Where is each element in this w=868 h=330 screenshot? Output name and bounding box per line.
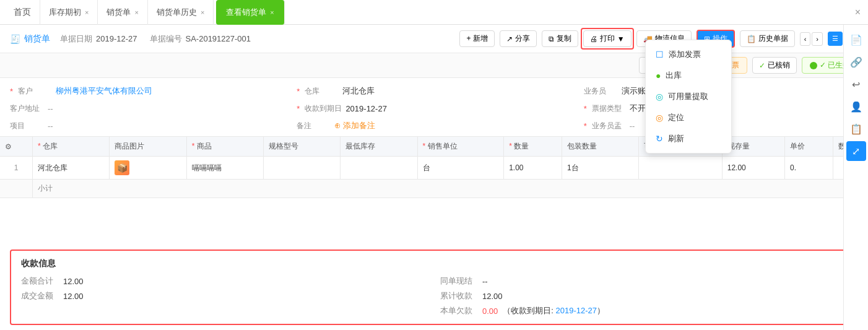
toolbar: 📱 来自手机 未开票 ✓ 已核销 ✓ 已生效 <box>0 53 868 78</box>
tab-inventory-close[interactable]: × <box>85 9 89 16</box>
address-label: 客户地址 <box>10 103 44 114</box>
project-field: 项目 -- <box>10 120 284 131</box>
row-available <box>639 157 723 180</box>
row-stock: 12.00 <box>722 157 784 180</box>
subtotal-label: 小计 <box>33 180 868 198</box>
tab-bar-close-button[interactable]: × <box>855 7 861 18</box>
print-icon: 🖨 <box>590 35 597 43</box>
nav-arrows: ‹ › <box>800 32 823 46</box>
sidebar-expand-icon[interactable]: ⤢ <box>846 141 866 161</box>
staff-label: 业务员 <box>584 86 618 97</box>
print-area: 🖨 打印 ▼ <box>583 30 631 47</box>
tab-bar: 首页 库存期初 × 销货单 × 销货单历史 × 查看销货单 × × <box>0 0 868 25</box>
verified-icon: ✓ <box>759 61 765 70</box>
tab-sales-label: 销货单 <box>106 7 131 18</box>
print-button[interactable]: 🖨 打印 ▼ <box>583 30 631 47</box>
sidebar-return-icon[interactable]: ↩ <box>846 74 866 94</box>
cumulative-value: 12.00 <box>482 292 503 301</box>
sales-table: ⚙ * 仓库 商品图片 * 商品 规格型号 最低库存 * 销售单位 * 数量 包… <box>0 137 868 198</box>
sales-staff-label: 业务员盂 <box>592 121 626 131</box>
row-quantity: 1.00 <box>504 157 562 180</box>
sidebar-clipboard-icon[interactable]: 📋 <box>846 119 866 139</box>
tab-inventory-label: 库存期初 <box>49 7 81 18</box>
payment-date-field: * 收款到期日 2019-12-27 <box>297 103 571 114</box>
view-list-button[interactable]: ☰ <box>828 32 843 46</box>
product-thumbnail: 📦 <box>115 160 129 175</box>
owed-label: 本单欠款 <box>440 305 477 316</box>
dropdown-locate[interactable]: ◎ 定位 <box>646 107 731 128</box>
project-label: 项目 <box>10 121 44 131</box>
tab-inventory[interactable]: 库存期初 × <box>40 0 98 25</box>
tab-home[interactable]: 首页 <box>5 0 40 25</box>
document-header: 🧾 销货单 单据日期 2019-12-27 单据编号 SA-20191227-0… <box>0 25 868 53</box>
new-button[interactable]: + 新增 <box>459 30 494 47</box>
note-add-icon: ⊕ <box>334 121 341 130</box>
col-pack-qty: 包装数量 <box>562 137 638 157</box>
total-row: 金额合计 12.00 成交金额 12.00 <box>21 276 428 316</box>
settings-icon[interactable]: ⚙ <box>5 142 12 151</box>
payment-date-label: 收款到期日 <box>305 103 342 114</box>
note-field: 备注 ⊕ 添加备注 <box>297 120 571 131</box>
effective-icon <box>810 62 817 69</box>
locate-label: 定位 <box>668 112 684 123</box>
copy-button[interactable]: ⧉ 复制 <box>542 30 578 47</box>
tab-sales[interactable]: 销货单 × <box>98 0 147 25</box>
warehouse-value: 河北仓库 <box>342 85 375 97</box>
sidebar-doc-icon[interactable]: 📄 <box>846 30 866 50</box>
add-invoice-icon: ☐ <box>656 50 664 59</box>
payment-date-required: * <box>297 104 300 113</box>
tab-sales-history[interactable]: 销货单历史 × <box>148 0 214 25</box>
dropdown-add-invoice[interactable]: ☐ 添加发票 <box>646 44 731 65</box>
col-min-stock: 最低库存 <box>341 137 417 157</box>
dropdown-refresh[interactable]: ↻ 刷新 <box>646 128 731 149</box>
customer-value[interactable]: 柳州粤港平安气体有限公司 <box>56 85 152 97</box>
total-amount-row: 金额合计 12.00 <box>21 276 428 287</box>
table-header-row: ⚙ * 仓库 商品图片 * 商品 规格型号 最低库存 * 销售单位 * 数量 包… <box>0 137 868 157</box>
same-order-label: 同单现结 <box>440 276 477 287</box>
tab-sales-close[interactable]: × <box>134 9 138 16</box>
subtotal-row: 小计 <box>0 180 868 198</box>
note-label: 备注 <box>297 121 331 131</box>
dropdown-outbound[interactable]: ● 出库 <box>646 65 731 86</box>
verified-btn[interactable]: ✓ 已核销 <box>752 57 797 74</box>
sidebar-link-icon[interactable]: 🔗 <box>846 52 866 72</box>
doc-number-group: 单据编号 SA-20191227-001 <box>150 33 251 45</box>
settlement-col: 同单现结 -- 累计收款 12.00 本单欠款 0.00 （收款到期日: 201… <box>440 276 847 316</box>
add-invoice-label: 添加发票 <box>669 49 701 60</box>
document-icon: 🧾 <box>10 34 20 44</box>
col-settings[interactable]: ⚙ <box>0 137 33 157</box>
col-quantity: * 数量 <box>504 137 562 157</box>
locate-icon: ◎ <box>656 113 663 123</box>
refresh-label: 刷新 <box>668 133 684 144</box>
ticket-required: * <box>584 104 587 113</box>
row-min-stock <box>341 157 417 180</box>
warehouse-label: 仓库 <box>305 86 339 97</box>
outbound-icon: ● <box>656 71 661 80</box>
col-unit: * 销售单位 <box>417 137 504 157</box>
cumulative-label: 累计收款 <box>440 290 477 302</box>
tab-sales-history-label: 销货单历史 <box>157 7 197 18</box>
sidebar-user-icon[interactable]: 👤 <box>846 97 866 116</box>
history-button[interactable]: 📋 历史单据 <box>740 30 795 47</box>
document-title-section: 🧾 销货单 <box>10 33 50 45</box>
subtotal-empty <box>0 180 33 198</box>
tab-view-sales[interactable]: 查看销货单 × <box>216 0 284 25</box>
share-icon: ↗ <box>506 35 513 43</box>
table-wrapper: ⚙ * 仓库 商品图片 * 商品 规格型号 最低库存 * 销售单位 * 数量 包… <box>0 136 868 245</box>
tab-sales-history-close[interactable]: × <box>201 9 204 16</box>
owed-date: 2019-12-27 <box>556 306 597 315</box>
owed-note: （收款到期日: 2019-12-27） <box>503 305 605 316</box>
transaction-label: 成交金额 <box>21 290 58 302</box>
tab-view-sales-close[interactable]: × <box>270 9 274 16</box>
total-value: 12.00 <box>63 277 84 286</box>
row-price: 0. <box>785 157 833 180</box>
payment-date-value: 2019-12-27 <box>345 104 387 113</box>
dropdown-available[interactable]: ◎ 可用量提取 <box>646 86 731 107</box>
next-button[interactable]: › <box>812 32 823 46</box>
sales-staff-required: * <box>584 121 587 131</box>
note-add[interactable]: ⊕ 添加备注 <box>334 120 375 131</box>
row-unit: 台 <box>417 157 504 180</box>
share-button[interactable]: ↗ 分享 <box>500 30 537 47</box>
prev-button[interactable]: ‹ <box>800 32 811 46</box>
document-title: 销货单 <box>24 33 50 45</box>
